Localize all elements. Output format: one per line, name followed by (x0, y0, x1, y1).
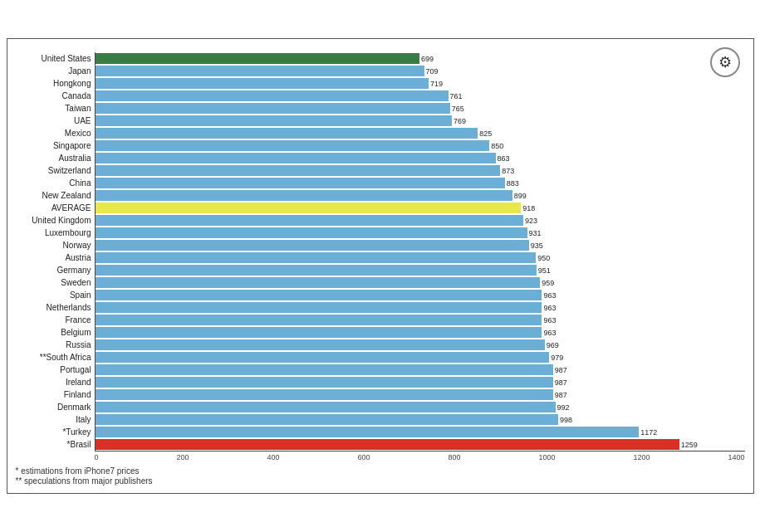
x-tick: 1400 (728, 453, 744, 461)
bar (96, 178, 505, 188)
bar-value: 987 (555, 391, 567, 399)
bar-row: 883 (96, 177, 745, 189)
y-label: United Kingdom (16, 214, 95, 227)
x-tick: 1200 (633, 453, 650, 461)
y-label: Austria (16, 251, 95, 264)
footnote: ** speculations from major publishers (16, 476, 745, 486)
footnotes: * estimations from iPhone7 prices** spec… (16, 466, 745, 486)
y-label: Canada (16, 90, 95, 102)
bar (96, 215, 524, 226)
bar (96, 103, 450, 114)
bar-row: 873 (96, 164, 745, 177)
bar-row: 998 (96, 413, 745, 426)
bar-row: 969 (96, 339, 745, 351)
bar-value: 761 (450, 92, 463, 100)
bar-value: 863 (498, 154, 510, 163)
bar (96, 290, 542, 300)
bar-value: 931 (529, 229, 542, 237)
bar-row: 992 (96, 401, 745, 413)
bar-row: 1259 (96, 438, 745, 451)
y-label: Belgium (16, 326, 95, 339)
y-label: New Zealand (16, 189, 95, 202)
bar-value: 873 (502, 167, 514, 175)
bar (96, 240, 529, 251)
bar-row: 979 (96, 351, 745, 364)
y-label: Portugal (16, 364, 95, 376)
bar-row: 825 (96, 127, 745, 139)
bar (96, 402, 556, 412)
y-label: Singapore (16, 139, 95, 152)
y-label: **South Africa (16, 351, 95, 364)
y-label: *Turkey (16, 426, 95, 438)
bar-row: 709 (96, 65, 745, 77)
bar-value: 963 (543, 291, 556, 300)
bar-row: 899 (96, 189, 745, 202)
bar-row: 918 (96, 202, 745, 214)
bar-value: 709 (426, 67, 439, 76)
bar (96, 377, 553, 388)
bar-value: 1172 (640, 428, 657, 437)
y-label: Finland (16, 388, 95, 401)
bar (96, 190, 512, 201)
bar-row: 963 (96, 301, 745, 314)
bar (96, 389, 553, 400)
bar-row: 959 (96, 276, 745, 289)
x-tick: 1000 (538, 453, 555, 461)
bar (96, 277, 541, 288)
bar-value: 935 (531, 242, 543, 250)
bar-value: 992 (557, 403, 570, 412)
bar-row: 931 (96, 227, 745, 239)
x-axis: 0200400600800100012001400 (95, 451, 745, 461)
bar (96, 414, 558, 425)
bar-value: 963 (543, 316, 556, 325)
bar-value: 969 (547, 341, 559, 349)
x-tick: 600 (357, 453, 370, 461)
bar-row: 699 (96, 52, 745, 65)
bar (96, 252, 537, 263)
bar-row: 950 (96, 251, 745, 264)
x-tick: 800 (448, 453, 460, 461)
bar-row: 963 (96, 289, 745, 301)
bar-row: 761 (96, 90, 745, 102)
y-label: Denmark (16, 401, 95, 413)
bar (96, 327, 542, 338)
bar (96, 153, 496, 164)
bar (96, 140, 490, 151)
bar-row: 987 (96, 388, 745, 401)
bar-row: 850 (96, 139, 745, 152)
y-label: United States (16, 52, 95, 65)
y-label: Japan (16, 65, 95, 77)
bar (96, 90, 449, 101)
y-label: Hongkong (16, 77, 95, 90)
bar-value: 998 (560, 416, 572, 424)
y-label: Ireland (16, 376, 95, 388)
y-label: Switzerland (16, 164, 95, 177)
y-label: UAE (16, 115, 95, 127)
bar (96, 302, 542, 313)
bar-value: 979 (551, 354, 563, 362)
bar (96, 339, 545, 350)
bar (96, 265, 537, 276)
bar-row: 935 (96, 239, 745, 251)
bar-value: 769 (454, 117, 466, 125)
bar-value: 825 (479, 129, 492, 138)
bar-value: 765 (452, 105, 464, 113)
y-label: AVERAGE (16, 202, 95, 214)
bar-value: 699 (421, 55, 434, 63)
bar (96, 203, 522, 213)
bar-row: 765 (96, 102, 745, 115)
bar-row: 951 (96, 264, 745, 276)
bar (96, 66, 424, 76)
bar (96, 78, 429, 89)
bar-row: 963 (96, 326, 745, 339)
chart-area: United StatesJapanHongkongCanadaTaiwanUA… (16, 52, 745, 451)
bar-value: 719 (430, 80, 443, 88)
x-tick: 200 (176, 453, 189, 461)
bar-value: 850 (491, 142, 503, 150)
bar (96, 115, 453, 126)
y-label: *Brasil (16, 438, 95, 451)
bar-row: 1172 (96, 426, 745, 438)
bar-row: 769 (96, 115, 745, 127)
y-label: Germany (16, 264, 95, 276)
y-label: Norway (16, 239, 95, 251)
